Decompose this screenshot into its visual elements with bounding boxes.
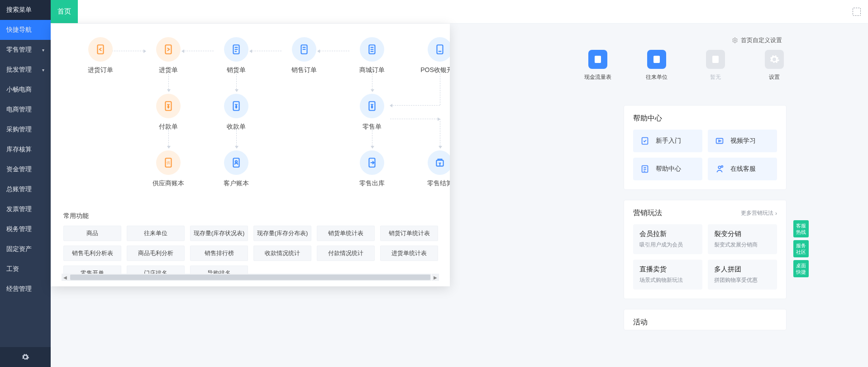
quick-icon[interactable]: 暂无 [703,50,728,81]
quick-icon[interactable]: 设置 [762,50,787,81]
float-side-button[interactable]: 服务社区 [793,240,809,257]
common-function-button[interactable]: 收款情况统计 [253,246,311,261]
sidebar-item-label: 库存核算 [6,145,32,154]
common-function-label: 收款情况统计 [265,249,300,257]
flow-node-purchase-order[interactable]: 进货订单 [67,37,134,74]
outbound-icon [366,157,378,169]
flow-label: 进货单 [159,66,178,74]
sidebar-item[interactable]: 经营管理 [0,279,51,299]
tab-home-label: 首页 [57,7,71,16]
marketing-item[interactable]: 裂变分销裂变式发展分销商 [708,224,777,254]
sidebar-item[interactable]: 总账管理 [0,179,51,199]
flow-node-pos[interactable]: POS收银开单 [406,37,450,74]
sidebar-item[interactable]: 批发管理▾ [0,60,51,80]
common-function-label: 现存量(库存分布表) [257,229,308,237]
sidebar-item-label: 税务管理 [6,225,32,233]
sidebar-item[interactable]: 工资 [0,259,51,279]
flow-label: 进货订单 [88,66,113,74]
sidebar-item[interactable]: 固定资产 [0,239,51,259]
help-item-label: 新手入门 [656,137,681,145]
help-item-icon [714,164,725,174]
flow-node-supplier-book[interactable]: 供 供应商账本 [134,150,202,188]
marketing-item[interactable]: 多人拼团拼团购物享受优惠 [708,260,777,290]
sidebar-item-label: 工资 [6,265,19,273]
flow-node-mall-order[interactable]: 商城订单 [338,37,406,74]
sidebar-settings-gear[interactable] [0,347,51,367]
flow-node-sale-invoice[interactable]: 销货单 [202,37,270,74]
help-item[interactable]: 帮助中心 [633,158,702,180]
marketing-item-sub: 场景式购物新玩法 [639,276,696,284]
sidebar-item[interactable]: 电商管理 [0,100,51,120]
flow-node-pay[interactable]: 付款单 [134,94,202,131]
float-side-buttons: 客服热线服务社区桌面快捷 [793,220,809,277]
list-check-icon [230,43,242,55]
quick-icon[interactable]: 往来单位 [644,50,669,81]
float-side-button[interactable]: 桌面快捷 [793,260,809,277]
svg-rect-9 [98,45,104,54]
marketing-item[interactable]: 会员拉新吸引用户成为会员 [633,224,702,254]
flow-label: 零售单 [362,123,382,131]
flow-node-purchase[interactable]: 进货单 [134,37,202,74]
common-function-button[interactable]: 商品毛利分析 [127,246,185,261]
common-function-button[interactable]: 现存量(库存状况表) [190,226,248,241]
sidebar-item[interactable]: 小畅电商 [0,80,51,100]
quick-icon-box [706,50,725,69]
flow-node-receipt[interactable]: 收款单 [202,94,270,131]
sidebar-item[interactable]: 发票管理 [0,199,51,219]
sidebar-item-label: 零售管理 [6,46,32,54]
marketing-more-link[interactable]: 更多营销玩法 › [741,209,777,217]
tab-home[interactable]: 首页 [51,0,78,23]
svg-point-0 [734,39,736,41]
scroll-thumb[interactable] [70,275,430,280]
quick-icon-box [765,50,784,69]
flow-node-retail-out[interactable]: 零售出库 [338,150,406,188]
scroll-right-button[interactable]: ▶ [432,274,439,281]
common-function-button[interactable]: 销售毛利分析表 [63,246,121,261]
fullscreen-icon[interactable] [853,8,861,16]
chevron-right-icon: › [775,210,777,217]
quick-icon-box [647,50,666,69]
common-function-button[interactable]: 现存量(库存分布表) [253,226,311,241]
marketing-item-sub: 拼团购物享受优惠 [714,276,771,284]
marketing-item-sub: 裂变式发展分销商 [714,241,771,249]
common-function-button[interactable]: 商品 [63,226,121,241]
sidebar-item[interactable]: 资金管理 [0,159,51,179]
sidebar-search[interactable]: 搜索菜单 [0,0,51,20]
sidebar-item-label: 发票管理 [6,205,32,213]
scroll-left-button[interactable]: ◀ [62,274,69,281]
common-function-button[interactable]: 销货订单统计表 [380,226,438,241]
common-function-button[interactable]: 进货单统计表 [380,246,438,261]
common-function-button[interactable]: 销售排行榜 [190,246,248,261]
flow-node-customer-book[interactable]: 客户账本 [202,150,270,188]
marketing-item[interactable]: 直播卖货场景式购物新玩法 [633,260,702,290]
home-custom-settings[interactable]: 首页自定义设置 [732,36,782,44]
help-item-label: 在线客服 [730,165,756,173]
common-function-label: 销货订单统计表 [389,229,430,237]
help-item[interactable]: 视频学习 [708,130,777,152]
quick-icon[interactable]: 现金流量表 [586,50,610,81]
gear-outline-icon [732,37,738,43]
common-function-button[interactable]: 往来单位 [127,226,185,241]
chevron-down-icon: ▾ [42,68,44,72]
flyout-hscrollbar[interactable]: ◀ ▶ [62,274,439,281]
flow-node-retail[interactable]: 零售单 [338,94,406,131]
quick-icons-row: 现金流量表往来单位暂无设置 [586,50,787,81]
scroll-track[interactable] [69,274,431,281]
sidebar-item[interactable]: 零售管理▾ [0,40,51,60]
float-side-button[interactable]: 客服热线 [793,220,809,237]
common-function-button[interactable]: 付款情况统计 [317,246,375,261]
sidebar-item[interactable]: 快捷导航 [0,20,51,40]
sidebar-item-label: 快捷导航 [6,26,32,34]
sidebar-item-label: 采购管理 [6,126,32,134]
sidebar-item[interactable]: 采购管理 [0,120,51,140]
sidebar-item[interactable]: 税务管理 [0,219,51,239]
flow-label: 销售订单 [291,66,317,74]
help-item[interactable]: 新手入门 [633,130,702,152]
quick-icon-label: 往来单位 [646,73,668,81]
flow-node-sale-order[interactable]: 销售订单 [270,37,338,74]
flow-node-retail-settle[interactable]: 零售结算 [406,150,450,188]
doc-in-icon [95,43,106,55]
sidebar-item[interactable]: 库存核算 [0,140,51,159]
help-item[interactable]: 在线客服 [708,158,777,180]
common-function-button[interactable]: 销货单统计表 [317,226,375,241]
